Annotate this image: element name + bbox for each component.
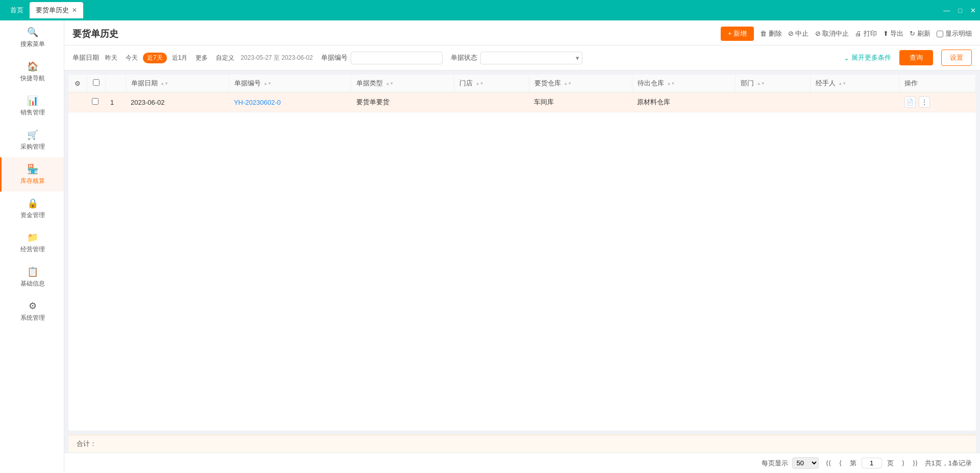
sort-doctype-icon[interactable]: ▲▼ (386, 81, 394, 86)
page-label-2: 页 (884, 458, 897, 469)
close-window-icon[interactable]: ✕ (970, 7, 976, 14)
th-department: 部门 ▲▼ (736, 75, 811, 92)
table-row: 1 2023-06-02 YH-20230602-0 要货单要货 车间库 原材料… (68, 92, 976, 112)
filter-row: 单据日期 昨天 今天 近7天 近1月 更多 自定义 2023-05-27 至 2… (64, 45, 980, 70)
prev-page-icon[interactable]: ⟨ (836, 458, 845, 468)
sidebar-item-purchase-mgmt[interactable]: 🛒 采购管理 (0, 123, 64, 157)
cell-num: 1 (105, 92, 126, 112)
sidebar-item-operations-mgmt[interactable]: 📁 经营管理 (0, 226, 64, 260)
shortcut-last1month[interactable]: 近1月 (169, 53, 191, 63)
quick-nav-icon: 🏠 (27, 61, 38, 72)
page-nav: ⟨⟨ ⟨ 第 页 ⟩ ⟩⟩ (823, 458, 921, 469)
sort-handler-icon[interactable]: ▲▼ (838, 81, 846, 86)
cell-store (454, 92, 529, 112)
edit-op-button[interactable]: 📄 (904, 97, 916, 108)
sidebar-item-label-finance-mgmt: 资金管理 (20, 211, 45, 220)
th-date: 单据日期 ▲▼ (126, 75, 229, 92)
display-detail-input[interactable] (937, 31, 943, 37)
select-all-checkbox[interactable] (93, 79, 100, 86)
first-page-icon[interactable]: ⟨⟨ (823, 458, 834, 468)
sort-dept-icon[interactable]: ▲▼ (757, 81, 765, 86)
th-ops: 操作 (899, 75, 976, 92)
shortcut-more[interactable]: 更多 (192, 53, 211, 63)
shortcut-last7days[interactable]: 近7天 (143, 53, 167, 63)
sidebar-item-basic-info[interactable]: 📋 基础信息 (0, 260, 64, 294)
maximize-icon[interactable]: □ (958, 7, 962, 14)
sort-store-icon[interactable]: ▲▼ (476, 81, 484, 86)
table-footer: 合计： (68, 435, 976, 453)
sidebar-item-label-system-mgmt: 系统管理 (20, 314, 45, 322)
sidebar-item-finance-mgmt[interactable]: 🔒 资金管理 (0, 192, 64, 226)
table-area: ⚙ 单据日期 ▲▼ 单据编号 ▲▼ (68, 75, 976, 431)
cell-checkbox (87, 92, 105, 112)
date-shortcuts: 昨天 今天 近7天 近1月 更多 自定义 (102, 53, 237, 63)
cell-req-warehouse: 车间库 (529, 92, 632, 112)
column-settings-icon[interactable]: ⚙ (75, 80, 81, 87)
sidebar-item-label-quick-nav: 快捷导航 (20, 74, 45, 83)
last-page-icon[interactable]: ⟩⟩ (910, 458, 921, 468)
per-page-select[interactable]: 50 20 100 (792, 457, 819, 469)
sort-reqwarehouse-icon[interactable]: ▲▼ (564, 81, 572, 86)
shortcut-custom[interactable]: 自定义 (213, 53, 237, 63)
search-menu-icon: 🔍 (27, 27, 38, 38)
tab-home-label: 首页 (10, 6, 23, 15)
basic-info-icon: 📋 (27, 266, 38, 277)
more-op-button[interactable]: ⋮ (919, 97, 930, 108)
date-filter-group: 单据日期 昨天 今天 近7天 近1月 更多 自定义 2023-05-27 至 2… (72, 53, 313, 63)
sidebar-item-sales-mgmt[interactable]: 📊 销售管理 (0, 89, 64, 123)
expand-more-label: 展开更多条件 (851, 53, 891, 62)
cell-settings (68, 92, 87, 112)
cell-doc-type: 要货单要货 (351, 92, 454, 112)
doc-number-label: 单据编号 (321, 53, 348, 62)
row-checkbox[interactable] (92, 98, 99, 105)
delete-button[interactable]: 🗑 删除 (760, 29, 782, 38)
status-select[interactable] (480, 52, 582, 64)
sidebar-item-search-menu[interactable]: 🔍 搜索菜单 (0, 20, 64, 55)
th-pending-warehouse: 待出仓库 ▲▼ (632, 75, 735, 92)
filter-settings-button[interactable]: 设置 (941, 50, 972, 66)
page-input[interactable] (862, 458, 882, 468)
toolbar: + 新增 🗑 删除 ⊘ 中止 ⊘ 取消中止 🖨 打印 ⬆ 导出 ↻ 刷新 显示明… (721, 27, 972, 41)
th-store: 门店 ▲▼ (454, 75, 529, 92)
page-title: 要货单历史 (72, 28, 118, 40)
th-checkbox (87, 75, 105, 92)
tab-requisition-history[interactable]: 要货单历史 ✕ (30, 2, 83, 18)
doc-number-filter-group: 单据编号 (321, 52, 443, 64)
export-button[interactable]: ⬆ 导出 (883, 29, 904, 38)
refresh-button[interactable]: ↻ 刷新 (910, 29, 930, 38)
sidebar-item-system-mgmt[interactable]: ⚙ 系统管理 (0, 294, 64, 328)
display-detail-checkbox[interactable]: 显示明细 (937, 29, 972, 38)
next-page-icon[interactable]: ⟩ (899, 458, 908, 468)
sidebar-item-label-basic-info: 基础信息 (20, 279, 45, 288)
table-header: ⚙ 单据日期 ▲▼ 单据编号 ▲▼ (68, 75, 976, 92)
sales-mgmt-icon: 📊 (27, 95, 38, 106)
content-area: 要货单历史 + 新增 🗑 删除 ⊘ 中止 ⊘ 取消中止 🖨 打印 ⬆ 导出 ↻ … (64, 20, 980, 473)
stop-button[interactable]: ⊘ 中止 (788, 29, 809, 38)
tab-home[interactable]: 首页 (4, 2, 30, 18)
print-button[interactable]: 🖨 打印 (855, 29, 877, 38)
sidebar-item-inventory[interactable]: 🏪 库存核算 (0, 157, 64, 192)
shortcut-today[interactable]: 今天 (122, 53, 141, 63)
status-filter-group: 单据状态 (451, 52, 582, 64)
doc-number-input[interactable] (351, 52, 443, 64)
expand-more-button[interactable]: ⌄ 展开更多条件 (844, 53, 891, 62)
th-handler: 经手人 ▲▼ (810, 75, 899, 92)
sort-docno-icon[interactable]: ▲▼ (263, 81, 272, 86)
doc-no-link[interactable]: YH-20230602-0 (234, 99, 281, 106)
page-header: 要货单历史 + 新增 🗑 删除 ⊘ 中止 ⊘ 取消中止 🖨 打印 ⬆ 导出 ↻ … (64, 20, 980, 45)
new-button[interactable]: + 新增 (721, 27, 754, 41)
sidebar-item-quick-nav[interactable]: 🏠 快捷导航 (0, 55, 64, 89)
operations-mgmt-icon: 📁 (27, 232, 38, 243)
cell-date: 2023-06-02 (126, 92, 229, 112)
query-button[interactable]: 查询 (899, 50, 933, 65)
shortcut-yesterday[interactable]: 昨天 (102, 53, 120, 63)
sort-date-icon[interactable]: ▲▼ (160, 81, 168, 86)
sort-pendingwarehouse-icon[interactable]: ▲▼ (667, 81, 675, 86)
finance-mgmt-icon: 🔒 (27, 198, 38, 209)
cancel-stop-button[interactable]: ⊘ 取消中止 (815, 29, 849, 38)
sidebar-item-label-purchase-mgmt: 采购管理 (20, 143, 45, 151)
minimize-icon[interactable]: — (943, 7, 950, 14)
sidebar-item-label-sales-mgmt: 销售管理 (20, 108, 45, 117)
close-tab-icon[interactable]: ✕ (72, 7, 77, 14)
tab-requisition-history-label: 要货单历史 (36, 6, 69, 15)
